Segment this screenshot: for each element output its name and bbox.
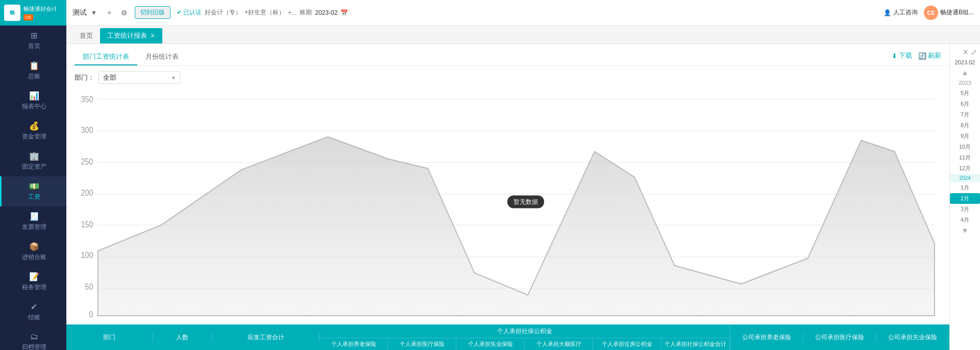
ai-label: 人工咨询 [893,8,918,17]
month-2023-11月[interactable]: 11月 [950,152,980,163]
tab-home[interactable]: 首页 [72,28,100,43]
topbar-right: 👤 人工咨询 CE 畅捷通B组... [884,6,974,20]
sidebar-item-invoices[interactable]: 🧾 发票管理 [0,206,66,237]
sidebar: 畅 畅捷通好会计 CE ⊞ 首页 📋 总账 📊 报表中心 💰 资金管理 🏢 固定… [0,0,66,350]
svg-text:50: 50 [85,283,93,292]
tab-close-icon[interactable]: ✕ [150,32,155,39]
col-personal-2: 个人承担失业保险 [456,338,525,350]
svg-text:250: 250 [81,157,93,167]
user-menu[interactable]: CE 畅捷通B组... [924,6,974,20]
month-2023-6月[interactable]: 6月 [950,99,980,109]
topbar-status: ✔ 已认证 好会计（专） +好生意（标） +... 账期 2023-02 📅 [177,8,348,17]
logo-icon: 畅 [4,5,20,21]
scroll-down-icon[interactable]: ▼ [961,225,970,236]
download-icon: ⬇ [892,52,897,60]
col-dept: 部门 [66,333,153,342]
month-2024-3月[interactable]: 3月 [950,204,980,215]
col-count: 人数 [153,333,212,342]
user-name: 畅捷通B组... [940,8,974,17]
sidebar-item-reports[interactable]: 📊 报表中心 [0,86,66,116]
col-salary: 应发工资合计 [212,333,320,342]
filterbar: 部门： 全部 销售部 财务部 人事部 技术部 ▼ [66,66,949,89]
nav-label-home: 首页 [28,42,40,51]
nav-icon-payroll: 💵 [29,181,39,191]
month-2024-2月[interactable]: 2月 [950,193,980,204]
nav-label-ledger: 总账 [28,72,40,81]
subtab-monthly[interactable]: 月份统计表 [137,49,187,65]
topbar-add-btn[interactable]: ＋ [103,7,115,19]
ai-icon: 👤 [884,9,891,16]
sidebar-nav: ⊞ 首页 📋 总账 📊 报表中心 💰 资金管理 🏢 固定资产 💵 工资 🧾 发票… [0,26,66,350]
ai-consult-button[interactable]: 👤 人工咨询 [884,8,918,17]
filter-dept-label: 部门： [75,73,94,82]
user-avatar: CE [924,6,938,20]
nav-icon-invoices: 🧾 [29,212,39,221]
col-group-personal: 个人承担社保公积金 个人承担养老保险个人承担医疗保险个人承担失业保险个人承担大额… [320,325,730,350]
topbar: 测试 ▼ ＋ ⚙ 切到旧版 ✔ 已认证 好会计（专） +好生意（标） +... … [66,0,980,26]
sidebar-item-settlement[interactable]: ✔ 结账 [0,297,66,327]
nav-icon-reports: 📊 [29,91,39,101]
tab-payroll-report[interactable]: 工资统计报表 ✕ [100,28,162,43]
topbar-title: 测试 [72,8,87,17]
month-2023-8月[interactable]: 8月 [950,120,980,131]
nav-label-assets: 固定资产 [22,162,46,171]
month-2023-5月[interactable]: 5月 [950,88,980,99]
col-company-pension: 公司承担养老保险 [730,333,803,342]
topbar-dropdown-arrow[interactable]: ▼ [91,9,97,16]
logo-text-main: 畅捷通好会计 [23,5,57,12]
content-main: 部门工资统计表 月份统计表 ⬇ 下载 🔄 刷新 [66,44,949,350]
refresh-icon: 🔄 [918,52,926,60]
sidebar-item-tax[interactable]: 📝 税务管理 [0,267,66,297]
right-panel: ✕ ⤢ 2023.02 ▲ 20235月6月7月8月9月10月11月12月202… [949,44,980,350]
col-group-personal-children: 个人承担养老保险个人承担医疗保险个人承担失业保险个人承担大额医疗个人承担住房公积… [320,338,730,350]
switch-version-button[interactable]: 切到旧版 [135,6,170,19]
subtab-dept[interactable]: 部门工资统计表 [75,49,137,65]
download-button[interactable]: ⬇ 下载 [892,51,912,60]
svg-text:200: 200 [81,188,93,197]
svg-text:100: 100 [81,251,93,260]
nav-label-archive: 归档管理 [22,343,46,350]
subtabs: 部门工资统计表 月份统计表 [75,49,187,65]
month-2023-9月[interactable]: 9月 [950,131,980,142]
sidebar-item-sales[interactable]: 📦 进销台账 [0,237,66,267]
right-panel-controls: ✕ ⤢ [950,48,980,59]
sidebar-item-ledger[interactable]: 📋 总账 [0,56,66,86]
col-company-medical: 公司承担医疗保险 [803,333,876,342]
filter-dept-select-wrap: 全部 销售部 财务部 人事部 技术部 ▼ [99,71,180,84]
year-2024-badge: 2024 [950,174,980,182]
filter-dept-select[interactable]: 全部 销售部 财务部 人事部 技术部 [99,71,180,84]
month-2023-12月[interactable]: 12月 [950,163,980,174]
expand-panel-icon[interactable]: ⤢ [971,48,977,56]
nav-label-payroll: 工资 [28,193,40,201]
logo-badge: CE [23,14,33,20]
sidebar-item-home[interactable]: ⊞ 首页 [0,26,66,56]
nav-icon-archive: 🗂 [30,332,38,341]
calendar-icon[interactable]: 📅 [340,9,348,16]
month-2023-10月[interactable]: 10月 [950,142,980,152]
sidebar-item-funds[interactable]: 💰 资金管理 [0,116,66,146]
sidebar-item-assets[interactable]: 🏢 固定资产 [0,146,66,176]
nav-icon-funds: 💰 [29,121,39,131]
sidebar-item-payroll[interactable]: 💵 工资 [0,176,66,206]
close-panel-icon[interactable]: ✕ [963,48,969,56]
month-2024-1月[interactable]: 1月 [950,182,980,193]
scroll-up-icon[interactable]: ▲ [961,67,970,78]
month-2024-4月[interactable]: 4月 [950,215,980,225]
topbar-settings-btn[interactable]: ⚙ [118,7,131,19]
month-2023-7月[interactable]: 7月 [950,109,980,120]
col-personal-1: 个人承担医疗保险 [388,338,456,350]
nav-label-invoices: 发票管理 [22,223,46,231]
status-certified: ✔ 已认证 [177,8,202,17]
nav-icon-settlement: ✔ [31,302,37,312]
year-2024-wrap: 2024 [950,174,980,182]
col-personal-3: 个人承担大额医疗 [525,338,593,350]
area-chart: 350 300 250 200 150 100 50 0 [75,89,941,324]
col-personal-0: 个人承担养老保险 [320,338,388,350]
subtabbar: 部门工资统计表 月份统计表 ⬇ 下载 🔄 刷新 [66,44,949,66]
download-label: 下载 [899,51,912,60]
nav-label-sales: 进销台账 [22,253,46,262]
refresh-button[interactable]: 🔄 刷新 [918,51,941,60]
app-logo: 畅 畅捷通好会计 CE [0,0,66,26]
nav-label-funds: 资金管理 [22,132,46,141]
sidebar-item-archive[interactable]: 🗂 归档管理 [0,327,66,350]
